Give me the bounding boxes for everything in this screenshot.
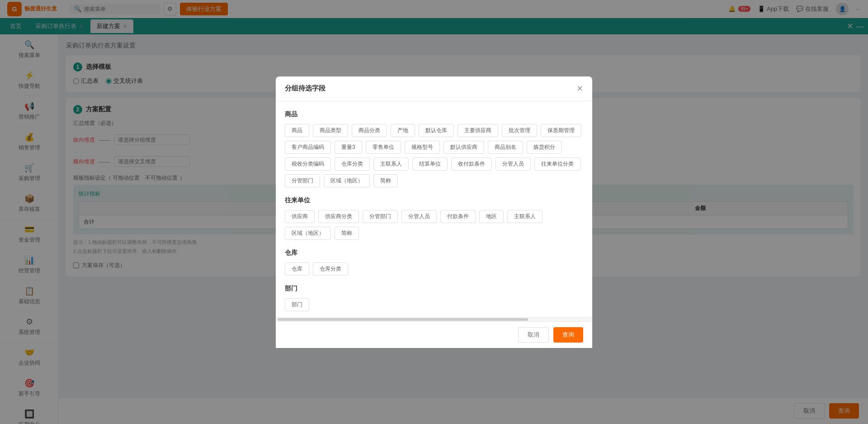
field-batch-management[interactable]: 批次管理 <box>502 124 537 137</box>
field-settlement-unit[interactable]: 结算单位 <box>412 157 448 171</box>
field-supplier-category[interactable]: 供应商分类 <box>318 210 359 223</box>
field-product[interactable]: 商品 <box>285 124 309 137</box>
modal-overlay[interactable]: 分组待选字段 ✕ 商品 商品 商品类型 商品分类 产地 默认仓库 主要供应商 批… <box>0 0 868 424</box>
modal-footer: 取消 查询 <box>276 321 592 348</box>
field-group-warehouse: 仓库 仓库 仓库分类 <box>285 249 583 276</box>
field-partner-contact[interactable]: 主联系人 <box>507 210 542 223</box>
modal-hscroll-bar <box>278 318 528 321</box>
modal-hscroll[interactable] <box>276 317 592 321</box>
field-group-product: 商品 商品 商品类型 商品分类 产地 默认仓库 主要供应商 批次管理 保质期管理… <box>285 110 583 187</box>
field-smelting-points[interactable]: 炼货积分 <box>527 141 562 154</box>
field-supplier[interactable]: 供应商 <box>285 210 315 223</box>
modal-close-button[interactable]: ✕ <box>576 84 583 94</box>
field-tax-code[interactable]: 税收分类编码 <box>285 157 331 171</box>
field-main-contact[interactable]: 主联系人 <box>373 157 409 171</box>
field-weight3[interactable]: 重量3 <box>335 141 362 154</box>
modal-header: 分组待选字段 ✕ <box>276 76 592 101</box>
field-group-partner: 往来单位 供应商 供应商分类 分管部门 分管人员 付款条件 地区 主联系人 区域… <box>285 196 583 240</box>
field-product-category[interactable]: 商品分类 <box>352 124 387 137</box>
field-area[interactable]: 地区 <box>479 210 504 223</box>
field-warehouse-category[interactable]: 仓库分类 <box>335 157 370 171</box>
field-customer-code[interactable]: 客户商品编码 <box>285 141 331 154</box>
field-origin[interactable]: 产地 <box>391 124 415 137</box>
field-warehouse[interactable]: 仓库 <box>285 262 309 276</box>
field-short-name-product[interactable]: 简称 <box>373 174 398 187</box>
modal-confirm-button[interactable]: 查询 <box>553 327 583 343</box>
field-main-supplier[interactable]: 主要供应商 <box>458 124 498 137</box>
group-warehouse-title: 仓库 <box>285 249 583 257</box>
group-dept-title: 部门 <box>285 285 583 293</box>
group-product-fields: 商品 商品类型 商品分类 产地 默认仓库 主要供应商 批次管理 保质期管理 客户… <box>285 124 583 187</box>
modal: 分组待选字段 ✕ 商品 商品 商品类型 商品分类 产地 默认仓库 主要供应商 批… <box>276 76 592 348</box>
field-spec-model[interactable]: 规格型号 <box>405 141 440 154</box>
field-payment-terms[interactable]: 收付款条件 <box>451 157 492 171</box>
modal-cancel-button[interactable]: 取消 <box>518 327 549 343</box>
field-product-type[interactable]: 商品类型 <box>313 124 348 137</box>
modal-body: 商品 商品 商品类型 商品分类 产地 默认仓库 主要供应商 批次管理 保质期管理… <box>276 101 592 318</box>
field-retail-unit[interactable]: 零售单位 <box>366 141 401 154</box>
field-payment-condition[interactable]: 付款条件 <box>440 210 476 223</box>
group-product-title: 商品 <box>285 110 583 119</box>
field-warehouse-cat[interactable]: 仓库分类 <box>313 262 348 276</box>
field-partner-region[interactable]: 区域（地区） <box>285 227 331 240</box>
modal-title: 分组待选字段 <box>285 84 326 93</box>
field-partner-supervisor[interactable]: 分管人员 <box>401 210 437 223</box>
field-supervisor[interactable]: 分管人员 <box>495 157 531 171</box>
group-dept-fields: 部门 <box>285 298 583 311</box>
field-partner-dept[interactable]: 分管部门 <box>363 210 398 223</box>
field-region-product[interactable]: 区域（地区） <box>324 174 370 187</box>
field-dept[interactable]: 分管部门 <box>285 174 320 187</box>
group-partner-title: 往来单位 <box>285 196 583 205</box>
field-department[interactable]: 部门 <box>285 298 309 311</box>
field-default-supplier[interactable]: 默认供应商 <box>443 141 484 154</box>
field-expiry-management[interactable]: 保质期管理 <box>541 124 581 137</box>
group-warehouse-fields: 仓库 仓库分类 <box>285 262 583 276</box>
field-product-alias[interactable]: 商品别名 <box>488 141 523 154</box>
group-partner-fields: 供应商 供应商分类 分管部门 分管人员 付款条件 地区 主联系人 区域（地区） … <box>285 210 583 240</box>
field-partner-short-name[interactable]: 简称 <box>335 227 359 240</box>
field-group-dept: 部门 部门 <box>285 285 583 311</box>
field-default-warehouse[interactable]: 默认仓库 <box>419 124 454 137</box>
field-partner-category[interactable]: 往来单位分类 <box>534 157 580 171</box>
